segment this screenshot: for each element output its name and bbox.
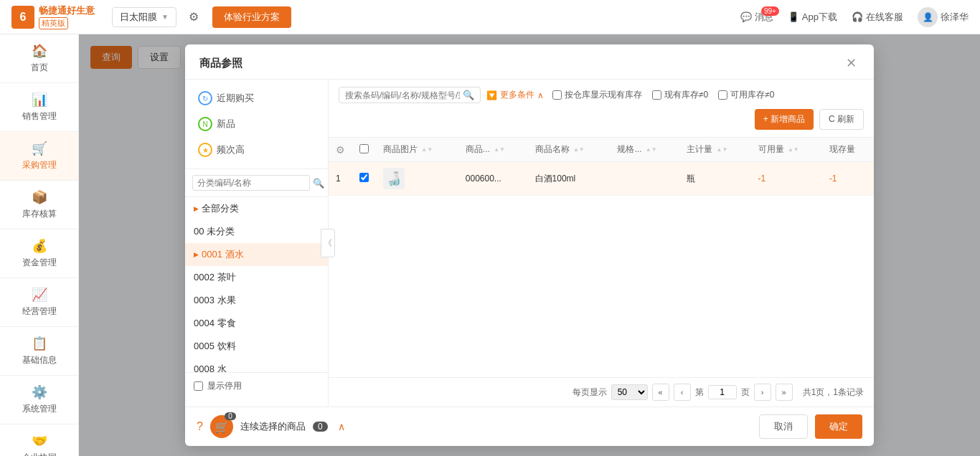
page-number-input[interactable] (708, 385, 737, 399)
message-badge: 99+ (761, 6, 779, 16)
prev-page-btn[interactable]: ‹ (674, 384, 691, 401)
available-stock-checkbox[interactable]: 可用库存≠0 (718, 89, 774, 101)
category-snack[interactable]: 0004 零食 (185, 312, 328, 335)
row-available-cell: -1 (751, 162, 822, 196)
th-product-image: 商品图片 ▲▼ (376, 138, 458, 162)
category-fruit[interactable]: 0003 水果 (185, 289, 328, 312)
quick-recent-purchase[interactable]: ↻ 近期购买 (192, 87, 321, 110)
product-table: ⚙ 商品图片 ▲▼ (329, 138, 874, 196)
th-available-label: 可用量 (758, 144, 784, 154)
th-checkbox (352, 138, 376, 162)
name-sort-icon[interactable]: ▲▼ (573, 146, 585, 153)
cart-count-display: 0 (313, 422, 328, 432)
show-disabled-checkbox[interactable] (194, 381, 203, 391)
category-search-input[interactable] (192, 175, 310, 191)
row-checkbox-cell (352, 162, 376, 196)
new-product-icon: N (198, 117, 212, 131)
th-name-label: 商品名称 (535, 144, 570, 154)
pagination: 每页显示 50 10 20 100 « ‹ 第 页 (329, 377, 874, 407)
app-download-btn[interactable]: 📱 App下载 (788, 11, 837, 24)
sidebar-item-finance[interactable]: 💰 资金管理 (0, 229, 78, 278)
available-sort-icon[interactable]: ▲▼ (788, 146, 799, 153)
product-search-input[interactable] (345, 90, 460, 100)
quick-high-frequency[interactable]: ★ 频次高 (192, 138, 321, 161)
recent-purchase-icon: ↻ (198, 91, 212, 105)
cancel-btn[interactable]: 取消 (759, 414, 808, 439)
sidebar-item-operations[interactable]: 📈 经营管理 (0, 278, 78, 327)
home-icon: 🏠 (32, 43, 47, 59)
quick-new-product[interactable]: N 新品 (192, 113, 321, 136)
modal-body: ↻ 近期购买 N 新品 ★ 频次高 《 (185, 80, 874, 407)
show-disabled-label[interactable]: 显示停用 (207, 380, 242, 392)
last-page-btn[interactable]: » (776, 384, 793, 401)
next-page-btn[interactable]: › (754, 384, 771, 401)
cart-area[interactable]: 🛒 0 (210, 415, 233, 438)
cart-count-badge: 0 (225, 412, 236, 420)
current-stock-checkbox[interactable]: 现有库存≠0 (652, 89, 708, 101)
row-code-cell: 000600... (458, 162, 528, 196)
per-page-select[interactable]: 50 10 20 100 (611, 384, 648, 400)
th-image-label: 商品图片 (383, 144, 418, 154)
confirm-btn[interactable]: 确定 (815, 414, 862, 439)
first-page-btn[interactable]: « (652, 384, 669, 401)
sidebar-item-inventory[interactable]: 📦 库存核算 (0, 181, 78, 229)
category-beverage[interactable]: 0005 饮料 (185, 335, 328, 358)
sidebar-item-sales[interactable]: 📊 销售管理 (0, 83, 78, 132)
sidebar-item-system[interactable]: ⚙️ 系统管理 (0, 376, 78, 424)
filter-up-icon: ∧ (537, 90, 544, 100)
spec-sort-icon[interactable]: ▲▼ (646, 146, 657, 153)
logo-text: 畅捷通好生意 精英版 (39, 4, 95, 29)
row-img-cell: 🍶 (376, 162, 458, 196)
modal-header: 商品参照 ✕ (185, 44, 874, 80)
add-product-btn[interactable]: + 新增商品 (755, 109, 814, 130)
settings-icon[interactable]: ⚙ (182, 6, 205, 29)
dropdown-arrow: ▼ (161, 13, 169, 21)
th-gear: ⚙ (329, 138, 352, 162)
unit-sort-icon[interactable]: ▲▼ (717, 146, 728, 153)
refresh-btn[interactable]: C 刷新 (819, 109, 864, 130)
sidebar-item-enterprise[interactable]: 🤝 企业协同 (0, 424, 78, 456)
inventory-icon: 📦 (32, 189, 47, 205)
th-unit-label: 主计量 (687, 144, 712, 154)
customer-service-btn[interactable]: 🎧 在线客服 (852, 11, 903, 24)
table-header-row: ⚙ 商品图片 ▲▼ (329, 138, 874, 162)
category-uncategorized[interactable]: 00 未分类 (185, 220, 328, 243)
cart-label: 连续选择的商品 (240, 420, 306, 433)
image-sort-icon[interactable]: ▲▼ (421, 146, 433, 153)
category-water[interactable]: 0008 水 (185, 358, 328, 372)
select-all-checkbox[interactable] (359, 144, 369, 153)
category-liquor[interactable]: ▶ 0001 酒水 (185, 243, 328, 266)
user-avatar: 👤 (918, 7, 938, 27)
system-icon: ⚙️ (32, 384, 47, 400)
product-table-body: 1 🍶 000600... 白酒100ml (329, 162, 874, 196)
sidebar-item-home[interactable]: 🏠 首页 (0, 34, 78, 83)
trial-btn[interactable]: 体验行业方案 (212, 6, 291, 28)
modal-overlay: 商品参照 ✕ ↻ 近期购买 N 新 (79, 34, 980, 456)
store-selector[interactable]: 日太阳膜 ▼ (112, 7, 176, 27)
nav-right: 💬 消息 99+ 📱 App下载 🎧 在线客服 👤 徐泽华 (740, 7, 969, 27)
sidebar-item-basic-info[interactable]: 📋 基础信息 (0, 327, 78, 376)
row-checkbox[interactable] (359, 173, 369, 182)
category-all[interactable]: ▶ 全部分类 (185, 197, 328, 220)
main-layout: 🏠 首页 📊 销售管理 🛒 采购管理 📦 库存核算 💰 资金管理 📈 经营管理 … (0, 34, 980, 456)
product-table-container: ⚙ 商品图片 ▲▼ (329, 138, 874, 377)
category-tea[interactable]: 0002 茶叶 (185, 266, 328, 289)
modal-close-btn[interactable]: ✕ (842, 54, 859, 72)
column-settings-icon[interactable]: ⚙ (336, 144, 345, 156)
sidebar-item-purchase[interactable]: 🛒 采购管理 (0, 132, 78, 181)
product-search-icon[interactable]: 🔍 (463, 90, 474, 100)
code-sort-icon[interactable]: ▲▼ (494, 146, 505, 153)
category-search-icon[interactable]: 🔍 (313, 178, 324, 189)
user-profile-btn[interactable]: 👤 徐泽华 (918, 7, 969, 27)
warehouse-stock-checkbox[interactable]: 按仓库显示现有库存 (552, 89, 642, 101)
messages-btn[interactable]: 💬 消息 99+ (740, 11, 773, 24)
toolbar-right-actions: + 新增商品 C 刷新 (755, 109, 864, 130)
help-icon[interactable]: ? (197, 420, 203, 433)
row-spec-cell (610, 162, 679, 196)
th-stock-label: 现存量 (829, 144, 855, 154)
left-panel-collapse-btn[interactable]: 《 (321, 229, 335, 257)
more-filters-btn[interactable]: 🔽 更多条件 ∧ (486, 89, 544, 101)
footer-collapse-icon[interactable]: ∧ (338, 421, 345, 432)
all-expand-icon: ▶ (194, 205, 199, 212)
table-row[interactable]: 1 🍶 000600... 白酒100ml (329, 162, 874, 196)
